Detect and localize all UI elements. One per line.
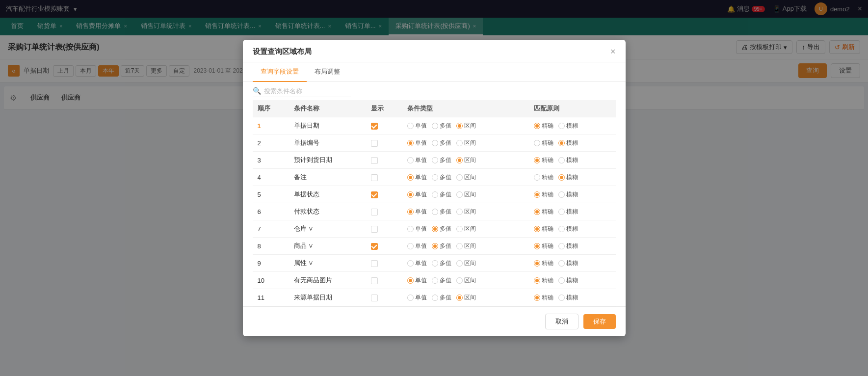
display-checkbox[interactable] xyxy=(371,295,378,301)
type-radio-item[interactable]: 区间 xyxy=(456,259,476,268)
match-radio-item[interactable]: 精确 xyxy=(534,139,553,147)
row-display[interactable] xyxy=(366,152,402,169)
row-display[interactable] xyxy=(366,169,402,186)
match-radio-item[interactable]: 模糊 xyxy=(558,294,578,302)
type-radio-item[interactable]: 多值 xyxy=(432,259,451,268)
display-checkbox[interactable] xyxy=(371,226,378,233)
save-button[interactable]: 保存 xyxy=(583,314,616,329)
display-checkbox[interactable] xyxy=(371,174,378,181)
type-radio-item[interactable]: 单值 xyxy=(407,122,427,130)
modal-overlay: 设置查询区域布局 × 查询字段设置 布局调整 🔍 顺序 xyxy=(0,0,868,376)
type-radio-item[interactable]: 多值 xyxy=(432,156,451,164)
row-name: 属性 ∨ xyxy=(289,255,367,272)
type-radio-item[interactable]: 单值 xyxy=(407,294,427,302)
type-radio-item[interactable]: 单值 xyxy=(407,276,427,285)
match-radio-item[interactable]: 精确 xyxy=(534,276,553,285)
match-radio-item[interactable]: 精确 xyxy=(534,225,553,233)
match-radio-item[interactable]: 模糊 xyxy=(558,173,578,182)
dialog-close-button[interactable]: × xyxy=(610,47,616,57)
row-match: 精确模糊 xyxy=(529,186,616,203)
cancel-button[interactable]: 取消 xyxy=(545,314,579,329)
row-display[interactable] xyxy=(366,289,402,306)
type-radio-item[interactable]: 单值 xyxy=(407,173,427,182)
match-radio-item[interactable]: 模糊 xyxy=(558,156,578,164)
row-order: 1 xyxy=(253,117,289,134)
match-radio-item[interactable]: 精确 xyxy=(534,122,553,130)
display-checkbox[interactable] xyxy=(371,209,378,215)
match-radio-item[interactable]: 模糊 xyxy=(558,242,578,250)
type-radio-item[interactable]: 多值 xyxy=(432,190,451,199)
row-types: 单值多值区间 xyxy=(402,186,528,203)
row-name: 预计到货日期 xyxy=(289,152,367,169)
display-checkbox[interactable] xyxy=(371,243,378,250)
display-checkbox[interactable] xyxy=(371,191,378,198)
match-radio-item[interactable]: 精确 xyxy=(534,242,553,250)
match-radio-item[interactable]: 模糊 xyxy=(558,276,578,285)
row-order: 3 xyxy=(253,152,289,169)
radio-circle xyxy=(456,295,463,301)
type-radio-item[interactable]: 单值 xyxy=(407,156,427,164)
display-checkbox[interactable] xyxy=(371,157,378,164)
match-radio-item[interactable]: 模糊 xyxy=(558,259,578,268)
type-radio-item[interactable]: 多值 xyxy=(432,208,451,216)
type-radio-item[interactable]: 区间 xyxy=(456,122,476,130)
type-radio-item[interactable]: 区间 xyxy=(456,190,476,199)
match-radio-item[interactable]: 精确 xyxy=(534,294,553,302)
row-display[interactable] xyxy=(366,117,402,134)
match-radio-item[interactable]: 精确 xyxy=(534,208,553,216)
type-radio-item[interactable]: 单值 xyxy=(407,259,427,268)
row-display[interactable] xyxy=(366,134,402,152)
row-display[interactable] xyxy=(366,272,402,289)
radio-label: 区间 xyxy=(464,225,476,233)
type-radio-item[interactable]: 区间 xyxy=(456,156,476,164)
radio-label: 单值 xyxy=(415,190,427,199)
match-radio-item[interactable]: 精确 xyxy=(534,173,553,182)
match-radio-item[interactable]: 模糊 xyxy=(558,122,578,130)
radio-circle xyxy=(432,226,438,232)
type-radio-item[interactable]: 区间 xyxy=(456,173,476,182)
radio-circle xyxy=(407,243,414,249)
type-radio-item[interactable]: 多值 xyxy=(432,242,451,250)
row-display[interactable] xyxy=(366,238,402,255)
row-display[interactable] xyxy=(366,255,402,272)
display-checkbox[interactable] xyxy=(371,140,378,147)
type-radio-item[interactable]: 多值 xyxy=(432,225,451,233)
table-row: 6付款状态单值多值区间精确模糊 xyxy=(253,203,616,220)
match-radio-item[interactable]: 模糊 xyxy=(558,139,578,147)
radio-label: 区间 xyxy=(464,173,476,182)
search-input[interactable] xyxy=(264,87,342,95)
type-radio-item[interactable]: 区间 xyxy=(456,139,476,147)
type-radio-item[interactable]: 区间 xyxy=(456,294,476,302)
row-display[interactable] xyxy=(366,203,402,220)
type-radio-item[interactable]: 区间 xyxy=(456,276,476,285)
tab-layout[interactable]: 布局调整 xyxy=(307,62,348,82)
match-radio-item[interactable]: 模糊 xyxy=(558,225,578,233)
type-radio-item[interactable]: 多值 xyxy=(432,139,451,147)
type-radio-item[interactable]: 多值 xyxy=(432,276,451,285)
type-radio-item[interactable]: 单值 xyxy=(407,242,427,250)
display-checkbox[interactable] xyxy=(371,260,378,267)
type-radio-item[interactable]: 单值 xyxy=(407,190,427,199)
row-display[interactable] xyxy=(366,220,402,238)
display-checkbox[interactable] xyxy=(371,123,378,130)
tab-fields[interactable]: 查询字段设置 xyxy=(253,62,307,82)
type-radio-item[interactable]: 单值 xyxy=(407,225,427,233)
type-radio-item[interactable]: 单值 xyxy=(407,208,427,216)
match-radio-item[interactable]: 精确 xyxy=(534,259,553,268)
type-radio-item[interactable]: 多值 xyxy=(432,122,451,130)
match-radio-item[interactable]: 精确 xyxy=(534,190,553,199)
type-radio-item[interactable]: 区间 xyxy=(456,242,476,250)
match-radio-item[interactable]: 模糊 xyxy=(558,208,578,216)
type-radio-item[interactable]: 多值 xyxy=(432,294,451,302)
type-radio-item[interactable]: 区间 xyxy=(456,208,476,216)
match-radio-item[interactable]: 模糊 xyxy=(558,190,578,199)
display-checkbox[interactable] xyxy=(371,277,378,284)
table-row: 10有无商品图片单值多值区间精确模糊 xyxy=(253,272,616,289)
row-match: 精确模糊 xyxy=(529,152,616,169)
match-radio-item[interactable]: 精确 xyxy=(534,156,553,164)
type-radio-item[interactable]: 多值 xyxy=(432,173,451,182)
type-radio-item[interactable]: 单值 xyxy=(407,139,427,147)
row-display[interactable] xyxy=(366,186,402,203)
type-radio-item[interactable]: 区间 xyxy=(456,225,476,233)
radio-circle xyxy=(456,260,463,267)
